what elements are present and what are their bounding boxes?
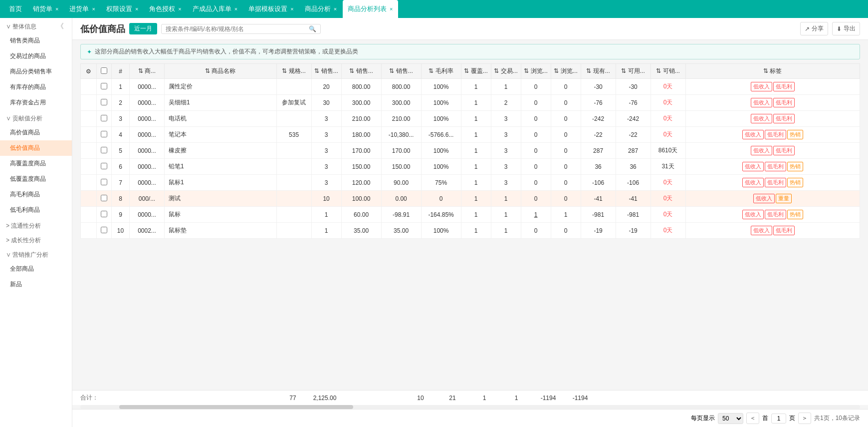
row-checkbox[interactable] <box>101 211 107 217</box>
sidebar-group-marketing[interactable]: ∨ 营销推广分析 <box>0 247 72 261</box>
nav-stock-in[interactable]: 产成品入库单 × <box>188 0 242 18</box>
nav-permission[interactable]: 权限设置 × <box>101 0 143 18</box>
col-check-all[interactable] <box>97 64 112 79</box>
export-btn[interactable]: ⬇ 导出 <box>832 22 860 35</box>
col-s3[interactable]: ⇅ 销售... <box>381 64 421 79</box>
nav-analysis[interactable]: 商品分析 × <box>300 0 342 18</box>
sidebar-item-traded-goods[interactable]: 交易过的商品 <box>0 48 72 64</box>
cell-check[interactable] <box>97 207 112 223</box>
sidebar-group-flow[interactable]: > 流通性分析 <box>0 218 72 232</box>
search-input[interactable] <box>166 25 309 32</box>
row-checkbox[interactable] <box>101 227 107 233</box>
cell-check[interactable] <box>97 223 112 239</box>
col-s2[interactable]: ⇅ 销售... <box>341 64 381 79</box>
col-b1[interactable]: ⇅ 浏览... <box>521 64 551 79</box>
sidebar-group-overall[interactable]: ∨ 整体信息 《 <box>0 18 72 33</box>
per-page-select[interactable]: 50 100 200 <box>718 413 743 424</box>
col-spec[interactable]: ⇅ 规格... <box>276 64 311 79</box>
sidebar-group-contribution[interactable]: ∨ 贡献值分析 <box>0 110 72 125</box>
col-settings[interactable]: ⚙ <box>81 64 97 79</box>
sidebar-collapse-overall[interactable]: 《 <box>55 22 66 31</box>
cell-b1[interactable]: 1 <box>521 207 551 223</box>
cell-check[interactable] <box>97 111 112 127</box>
row-checkbox[interactable] <box>101 179 107 185</box>
nav-role-close[interactable]: × <box>178 6 181 12</box>
nav-purchase[interactable]: 进货单 × <box>64 0 100 18</box>
nav-stock-in-close[interactable]: × <box>234 6 237 12</box>
sidebar-item-category-sales[interactable]: 商品分类销售率 <box>0 64 72 79</box>
col-cover[interactable]: ⇅ 覆盖... <box>461 64 491 79</box>
nav-role[interactable]: 角色授权 × <box>144 0 186 18</box>
sidebar-item-low-value[interactable]: 低价值商品 <box>0 140 72 156</box>
page-number-input[interactable] <box>771 414 786 424</box>
row-checkbox[interactable] <box>101 115 107 121</box>
col-b2[interactable]: ⇅ 浏览... <box>551 64 581 79</box>
sidebar-item-high-margin[interactable]: 高毛利商品 <box>0 187 72 202</box>
cell-check[interactable] <box>97 143 112 159</box>
cell-check[interactable] <box>97 79 112 95</box>
col-margin[interactable]: ⇅ 毛利率 <box>421 64 461 79</box>
nav-permission-close[interactable]: × <box>135 6 138 12</box>
cell-check[interactable] <box>97 159 112 175</box>
col-st2[interactable]: ⇅ 可用... <box>616 64 651 79</box>
search-icon[interactable]: 🔍 <box>309 25 316 32</box>
sidebar-item-high-value[interactable]: 高价值商品 <box>0 125 72 140</box>
cell-check[interactable] <box>97 175 112 191</box>
col-code[interactable]: ⇅ 商... <box>130 64 165 79</box>
sidebar-item-stock-capital[interactable]: 库存资金占用 <box>0 95 72 110</box>
cell-margin: 100% <box>421 223 461 239</box>
row-checkbox[interactable] <box>101 147 107 153</box>
cell-check[interactable] <box>97 191 112 207</box>
cell-tags: 低收入低毛利 <box>685 95 860 111</box>
cell-margin: 100% <box>421 95 461 111</box>
nav-analysis-list[interactable]: 商品分析列表 × <box>343 0 398 18</box>
page-next-btn[interactable]: ＞ <box>798 413 811 424</box>
cell-s1: 3 <box>311 127 341 143</box>
filter-btn[interactable]: 近一月 <box>129 23 157 34</box>
page-title: 低价值商品 <box>80 23 125 35</box>
cell-b1: 0 <box>521 95 551 111</box>
check-all[interactable] <box>101 67 107 74</box>
nav-purchase-close[interactable]: × <box>92 6 95 12</box>
table-row: 3 0000... 电话机 3 210.00 210.00 100% 1 3 0… <box>81 111 860 127</box>
row-checkbox[interactable] <box>101 99 107 105</box>
col-s1[interactable]: ⇅ 销售... <box>311 64 341 79</box>
cell-b2: 0 <box>551 191 581 207</box>
browse1-link[interactable]: 1 <box>534 211 538 218</box>
page-prev-btn[interactable]: ＜ <box>746 413 759 424</box>
nav-analysis-list-close[interactable]: × <box>390 6 393 12</box>
sidebar-item-stock-goods[interactable]: 有库存的商品 <box>0 79 72 95</box>
nav-template-close[interactable]: × <box>290 6 293 12</box>
col-name[interactable]: ⇅ 商品名称 <box>165 64 277 79</box>
sidebar-group-growth[interactable]: > 成长性分析 <box>0 232 72 247</box>
cell-tags: 低收入重量 <box>685 191 860 207</box>
sidebar-item-low-coverage[interactable]: 低覆盖度商品 <box>0 171 72 187</box>
cell-tags: 低收入低毛利 <box>685 111 860 127</box>
col-st1[interactable]: ⇅ 现有... <box>581 64 616 79</box>
cell-st1: -19 <box>581 223 616 239</box>
row-checkbox[interactable] <box>101 131 107 137</box>
nav-home[interactable]: 首页 <box>4 0 27 18</box>
sidebar-group-flow-label: > 流通性分析 <box>6 222 41 230</box>
sidebar-item-high-coverage[interactable]: 高覆盖度商品 <box>0 156 72 171</box>
row-checkbox[interactable] <box>101 83 107 89</box>
cell-check[interactable] <box>97 95 112 111</box>
nav-sales[interactable]: 销货单 × <box>28 0 63 18</box>
sidebar-item-all-goods[interactable]: 全部商品 <box>0 261 72 277</box>
sidebar-item-new-goods[interactable]: 新品 <box>0 277 72 292</box>
total-records: 共1页，10条记录 <box>814 414 860 423</box>
row-checkbox[interactable] <box>101 195 107 201</box>
nav-sales-close[interactable]: × <box>55 6 58 12</box>
cell-margin: 100% <box>421 111 461 127</box>
cell-name: 橡皮擦 <box>165 143 277 159</box>
nav-template[interactable]: 单据模板设置 × <box>243 0 298 18</box>
col-st3[interactable]: ⇅ 可销... <box>651 64 685 79</box>
cell-check[interactable] <box>97 127 112 143</box>
sidebar-item-sales-goods[interactable]: 销售类商品 <box>0 33 72 48</box>
col-trade[interactable]: ⇅ 交易... <box>491 64 521 79</box>
cell-trade: 2 <box>491 95 521 111</box>
share-btn[interactable]: ↗ 分享 <box>800 22 828 35</box>
nav-analysis-close[interactable]: × <box>334 6 337 12</box>
sidebar-item-low-margin[interactable]: 低毛利商品 <box>0 202 72 218</box>
row-checkbox[interactable] <box>101 163 107 169</box>
